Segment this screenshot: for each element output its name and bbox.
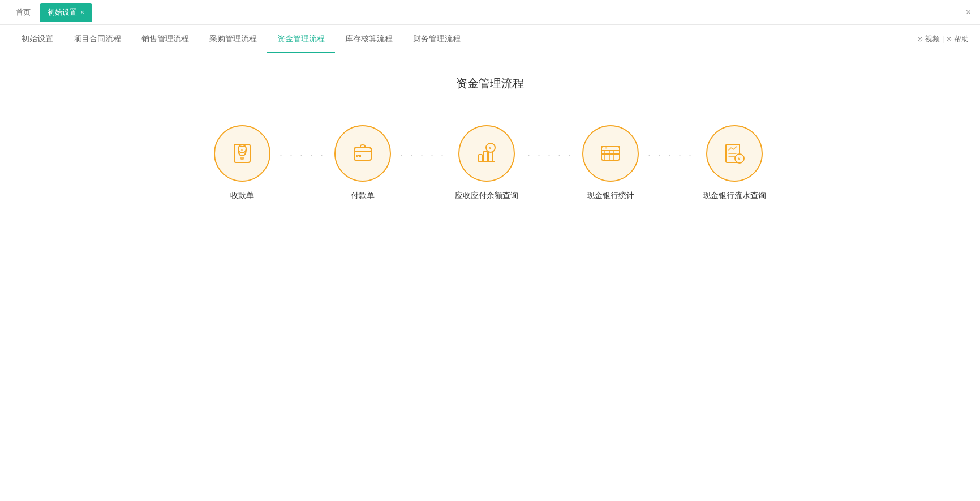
svg-rect-10	[479, 155, 482, 161]
nav-initial-setup[interactable]: 初始设置	[11, 25, 63, 53]
dots-icon-2: · · · · ·	[400, 149, 446, 161]
tab-close-button[interactable]: ×	[80, 8, 84, 16]
active-tab-label: 初始设置	[48, 7, 77, 18]
nav-project-contract[interactable]: 项目合同流程	[63, 25, 131, 53]
bank-stats-icon-circle: ≡	[582, 125, 639, 182]
top-bar-right: ×	[966, 7, 971, 18]
dots-icon-3: · · · · ·	[527, 149, 573, 161]
payment-icon-circle: ¥	[334, 125, 391, 182]
balance-label: 应收应付余额查询	[455, 191, 518, 201]
bank-stats-icon: ≡	[597, 140, 624, 167]
flow-item-receipt[interactable]: ¥ ¥ 收款单	[214, 125, 270, 201]
svg-text:¥: ¥	[489, 145, 492, 151]
svg-text:¥: ¥	[738, 156, 741, 161]
nav-bar: 初始设置 项目合同流程 销售管理流程 采购管理流程 资金管理流程 库存核算流程 …	[0, 25, 980, 53]
main-content: 资金管理流程 ¥ ¥	[0, 53, 980, 501]
dots-icon: · · · · ·	[280, 149, 325, 161]
svg-rect-6	[354, 148, 371, 160]
bank-flow-icon: ¥	[721, 140, 748, 167]
dots-icon-4: · · · · ·	[648, 149, 694, 161]
receipt-icon-circle: ¥ ¥	[214, 125, 270, 182]
connector-1: · · · · ·	[270, 149, 334, 178]
help-link[interactable]: ⊙ 帮助	[946, 34, 969, 44]
window-close-button[interactable]: ×	[966, 7, 971, 18]
svg-text:¥: ¥	[240, 148, 243, 152]
flow-item-bank-flow[interactable]: ¥ 现金银行流水查询	[703, 125, 766, 201]
svg-text:≡: ≡	[605, 147, 608, 150]
video-link[interactable]: ⊙ 视频	[917, 34, 940, 44]
flow-row: ¥ ¥ 收款单 · · · · ·	[179, 125, 801, 201]
active-tab[interactable]: 初始设置 ×	[40, 3, 92, 22]
connector-2: · · · · ·	[391, 149, 455, 178]
balance-icon-circle: ¥	[458, 125, 515, 182]
bank-flow-label: 现金银行流水查询	[703, 191, 766, 201]
balance-icon: ¥	[473, 140, 500, 167]
svg-rect-7	[354, 148, 371, 152]
home-tab[interactable]: 首页	[9, 0, 37, 25]
nav-fund-management[interactable]: 资金管理流程	[267, 25, 335, 53]
flow-item-balance[interactable]: ¥ 应收应付余额查询	[455, 125, 518, 201]
svg-rect-11	[484, 151, 487, 161]
connector-4: · · · · ·	[639, 149, 703, 178]
payment-label: 付款单	[351, 191, 375, 201]
connector-3: · · · · ·	[518, 149, 582, 178]
nav-sales-management[interactable]: 销售管理流程	[131, 25, 199, 53]
receipt-label: 收款单	[230, 191, 254, 201]
page-title: 资金管理流程	[456, 76, 524, 91]
receipt-icon: ¥ ¥	[229, 140, 256, 167]
nav-right: ⊙ 视频 | ⊙ 帮助	[917, 34, 969, 44]
payment-icon: ¥	[349, 140, 376, 167]
flow-item-bank-stats[interactable]: ≡ 现金银行统计	[582, 125, 639, 201]
nav-purchase-management[interactable]: 采购管理流程	[199, 25, 267, 53]
flow-item-payment[interactable]: ¥ 付款单	[334, 125, 391, 201]
nav-divider: |	[942, 35, 944, 43]
nav-inventory[interactable]: 库存核算流程	[335, 25, 403, 53]
bank-flow-icon-circle: ¥	[706, 125, 763, 182]
bank-stats-label: 现金银行统计	[587, 191, 634, 201]
top-bar: 首页 初始设置 × ×	[0, 0, 980, 25]
nav-finance[interactable]: 财务管理流程	[403, 25, 471, 53]
